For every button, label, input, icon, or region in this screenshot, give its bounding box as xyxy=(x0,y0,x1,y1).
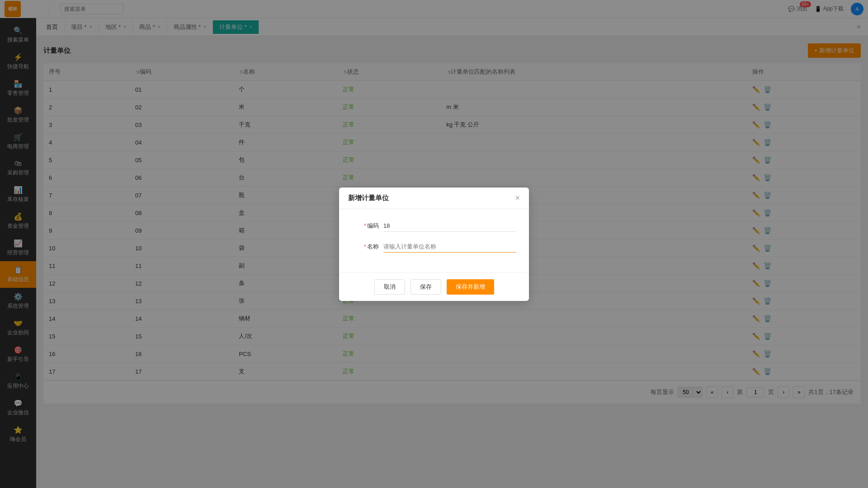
required-mark-name: * xyxy=(364,243,366,250)
modal-header: 新增计量单位 × xyxy=(339,188,529,209)
name-input[interactable] xyxy=(383,241,516,253)
form-row-code: *编码 xyxy=(352,220,516,232)
code-label: *编码 xyxy=(352,222,379,230)
name-label: *名称 xyxy=(352,243,379,251)
code-input[interactable] xyxy=(383,220,516,232)
save-button[interactable]: 保存 xyxy=(410,279,441,295)
modal-title: 新增计量单位 xyxy=(348,194,389,202)
required-mark: * xyxy=(364,222,366,229)
save-and-new-button[interactable]: 保存并新增 xyxy=(447,279,494,295)
modal-footer: 取消 保存 保存并新增 xyxy=(339,272,529,301)
modal-close-button[interactable]: × xyxy=(515,194,520,202)
add-measure-unit-modal: 新增计量单位 × *编码 *名称 取消 保存 保存并新增 xyxy=(339,188,529,301)
modal-body: *编码 *名称 xyxy=(339,209,529,272)
cancel-button[interactable]: 取消 xyxy=(374,279,405,295)
form-row-name: *名称 xyxy=(352,241,516,253)
modal-overlay[interactable]: 新增计量单位 × *编码 *名称 取消 保存 保存并新增 xyxy=(0,0,868,488)
